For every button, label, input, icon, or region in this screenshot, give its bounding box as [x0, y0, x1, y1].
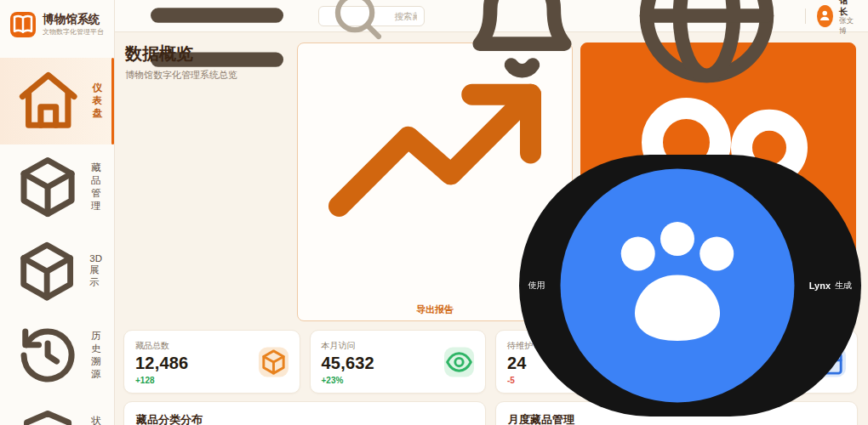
user-info: 馆长 张文博 — [839, 0, 854, 37]
brand-logo: 博物馆系统 文物数字化管理平台 — [0, 0, 114, 46]
globe-icon — [622, 0, 791, 100]
home-icon — [12, 65, 85, 138]
stat-card-total-collections: 藏品总数 12,486 +128 — [123, 330, 300, 394]
brand-title: 博物馆系统 — [43, 13, 104, 26]
topbar: 3 馆长 张文博 — [115, 0, 868, 32]
stat-delta: +23% — [322, 376, 475, 385]
shield-icon — [12, 405, 83, 425]
sidebar-item-label: 藏品管理 — [91, 162, 102, 212]
category-donut-card: 藏品分类分布 文物 4,200 艺术品 3,800 — [123, 401, 486, 425]
search-box — [318, 6, 425, 26]
sidebar-item-label: 仪表盘 — [93, 82, 103, 120]
topbar-divider — [805, 8, 806, 24]
topbar-right: 3 馆长 张文博 — [436, 0, 854, 102]
package-icon — [259, 347, 288, 377]
history-clock-icon — [12, 320, 83, 391]
notifications-button[interactable]: 3 — [436, 0, 608, 102]
sidebar-item-dashboard[interactable]: 仪表盘 — [0, 58, 114, 144]
avatar — [817, 5, 832, 27]
brand-text: 博物馆系统 文物数字化管理平台 — [43, 13, 104, 37]
sidebar-item-history[interactable]: 历史溯源 — [0, 313, 114, 398]
stat-card-monthly-visits: 本月访问 45,632 +23% — [310, 330, 487, 394]
user-menu[interactable]: 馆长 张文博 — [817, 0, 854, 37]
page-subtitle: 博物馆数字化管理系统总览 — [125, 69, 237, 82]
eye-icon — [444, 347, 474, 377]
sidebar-item-label: 3D展示 — [89, 253, 102, 289]
brand-subtitle: 文物数字化管理平台 — [43, 27, 104, 37]
package-icon — [12, 151, 83, 223]
sidebar-item-status-monitor[interactable]: 状态监控 — [0, 398, 114, 425]
donut-chart-title: 藏品分类分布 — [136, 412, 473, 425]
cube-icon — [12, 236, 82, 306]
bell-icon — [437, 0, 607, 100]
stat-delta: +128 — [135, 376, 288, 385]
search-input[interactable] — [394, 11, 416, 21]
lynx-logo-icon — [550, 158, 805, 413]
sidebar: 博物馆系统 文物数字化管理平台 仪表盘 藏品管理 3D展示 历史溯源 — [0, 0, 115, 425]
sidebar-item-3d-display[interactable]: 3D展示 — [0, 230, 114, 313]
page-header-text: 数据概览 博物馆数字化管理系统总览 — [125, 42, 237, 82]
language-button[interactable] — [620, 0, 793, 102]
sidebar-nav: 仪表盘 藏品管理 3D展示 历史溯源 状态监控 展览策划 — [0, 58, 114, 425]
museum-book-icon — [10, 12, 36, 37]
user-role: 馆长 — [839, 0, 854, 16]
sidebar-item-label: 历史溯源 — [91, 330, 102, 381]
user-icon — [817, 8, 832, 23]
lynx-badge[interactable]: 使用 Lynx 生成 — [519, 155, 861, 416]
sidebar-item-label: 状态监控 — [91, 415, 102, 425]
sidebar-item-collections[interactable]: 藏品管理 — [0, 144, 114, 230]
page-title: 数据概览 — [125, 42, 237, 65]
